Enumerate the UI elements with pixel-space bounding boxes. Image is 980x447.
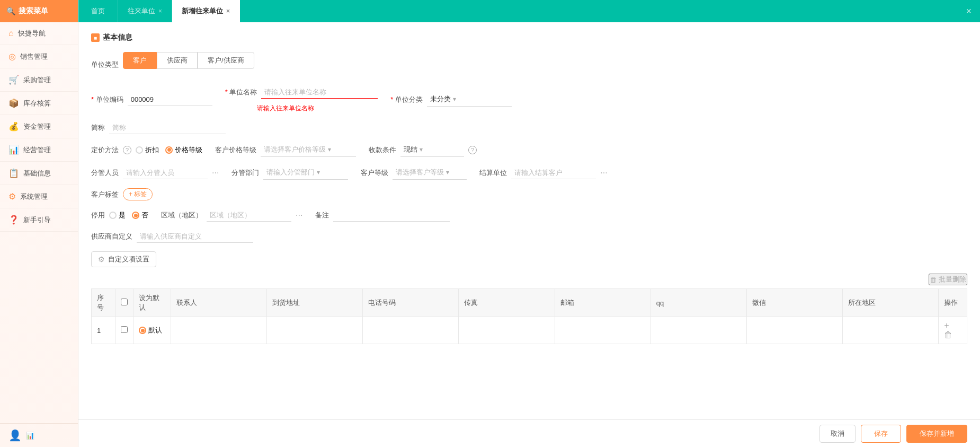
customer-price-level-field: 客户价格等级 请选择客户价格等级 ▾ [215, 143, 356, 157]
region-input[interactable] [207, 209, 291, 222]
phone-input[interactable] [368, 325, 453, 337]
customer-level-field: 客户等级 请选择客户等级 ▾ [361, 165, 467, 180]
email-input[interactable] [560, 325, 645, 337]
col-wechat: 微信 [746, 289, 842, 317]
add-tag-btn[interactable]: + 标签 [123, 188, 153, 200]
short-name-row: 简称 [91, 121, 967, 134]
pricing-discount-radio[interactable]: 折扣 [136, 145, 159, 155]
qq-input[interactable] [656, 325, 741, 337]
sidebar: 🔍 搜索菜单 ⌂ 快捷导航 ◎ 销售管理 🛒 采购管理 📦 库存核算 💰 资金管… [0, 0, 78, 447]
unit-name-field: 单位名称 请输入往来单位名称 [225, 86, 378, 113]
unit-type-row: 单位类型 客户 供应商 客户/供应商 [91, 52, 967, 77]
default-radio[interactable] [139, 327, 146, 334]
col-seq: 序号 [92, 289, 115, 317]
unit-code-input[interactable] [128, 93, 212, 106]
cell-delivery[interactable] [267, 317, 363, 344]
tab-home[interactable]: 首页 [78, 0, 118, 22]
region-field: 区域（地区） ··· [161, 209, 302, 222]
sidebar-search[interactable]: 🔍 搜索菜单 [0, 0, 78, 22]
remark-input[interactable] [333, 209, 450, 222]
wechat-input[interactable] [752, 325, 837, 337]
department-select[interactable]: 请输入分管部门 ▾ [263, 165, 348, 180]
tab-add-partner[interactable]: 新增往来单位 × [172, 0, 240, 22]
unit-type-both-btn[interactable]: 客户/供应商 [198, 52, 254, 69]
disabled-yes-radio[interactable]: 是 [109, 211, 126, 220]
pricing-level-radio[interactable]: 价格等级 [165, 145, 202, 155]
unit-type-customer-btn[interactable]: 客户 [123, 52, 157, 69]
fax-input[interactable] [464, 325, 549, 337]
unit-name-input[interactable] [261, 86, 378, 99]
cancel-button[interactable]: 取消 [819, 425, 856, 443]
row-delete-btn[interactable]: 🗑 [944, 330, 952, 339]
sidebar-item-basic[interactable]: 📋 基础信息 [0, 162, 78, 185]
cell-fax[interactable] [459, 317, 555, 344]
unit-name-error: 请输入往来单位名称 [257, 104, 314, 113]
delivery-input[interactable] [272, 325, 357, 337]
sidebar-item-finance[interactable]: 💰 资金管理 [0, 115, 78, 138]
region-more-btn[interactable]: ··· [296, 211, 302, 220]
batch-delete-btn[interactable]: 🗑 批量删除 [929, 274, 967, 285]
short-name-input[interactable] [109, 121, 226, 134]
sidebar-item-purchase[interactable]: 🛒 采购管理 [0, 68, 78, 92]
manager-more-btn[interactable]: ··· [212, 168, 219, 178]
region-label: 区域（地区） [161, 211, 202, 220]
sidebar-item-system[interactable]: ⚙ 系统管理 [0, 185, 78, 208]
table-header-row: 序号 设为默认 联系人 到货地址 电话号码 传真 邮箱 qq 微信 所在地区 操… [92, 289, 967, 317]
region-table-input[interactable] [848, 325, 933, 337]
cell-region[interactable] [843, 317, 939, 344]
payment-help-icon[interactable]: ? [468, 146, 477, 154]
customer-level-select[interactable]: 请选择客户等级 ▾ [393, 165, 467, 180]
disabled-yes-circle [109, 212, 117, 219]
row-checkbox[interactable] [121, 326, 128, 333]
payment-arrow-icon: ▾ [420, 146, 423, 153]
col-fax: 传真 [459, 289, 555, 317]
customer-level-arrow-icon: ▾ [446, 169, 449, 176]
sidebar-item-operation[interactable]: 📊 经营管理 [0, 138, 78, 162]
payment-terms-select[interactable]: 现结 ▾ [400, 143, 464, 157]
supplier-custom-row: 供应商自定义 [91, 230, 967, 243]
cell-phone[interactable] [363, 317, 459, 344]
main-close-btn[interactable]: × [957, 6, 980, 17]
cell-wechat[interactable] [746, 317, 842, 344]
sidebar-item-guide[interactable]: ❓ 新手引导 [0, 208, 78, 232]
form-content: ■ 基本信息 单位类型 客户 供应商 客户/供应商 单位编码 [78, 22, 980, 419]
unit-category-select[interactable]: 未分类 ▾ [427, 92, 512, 107]
custom-settings-btn[interactable]: ⚙ 自定义项设置 [91, 251, 156, 267]
payment-terms-value: 现结 [404, 145, 417, 154]
cell-contact[interactable] [171, 317, 266, 344]
tab-partner-list-close[interactable]: × [158, 7, 162, 15]
cell-seq: 1 [92, 317, 115, 344]
disabled-region-row: 停用 是 否 区域（地区） ··· [91, 209, 967, 222]
save-button[interactable]: 保存 [861, 425, 901, 443]
customer-price-level-select[interactable]: 请选择客户价格等级 ▾ [261, 143, 356, 157]
tab-partner-list-label: 往来单位 [128, 6, 155, 16]
settlement-more-btn[interactable]: ··· [600, 168, 607, 178]
section-title-text: 基本信息 [103, 33, 132, 42]
cell-qq[interactable] [651, 317, 746, 344]
col-email: 邮箱 [555, 289, 651, 317]
customer-level-label: 客户等级 [361, 168, 388, 178]
sidebar-item-quick-nav[interactable]: ⌂ 快捷导航 [0, 22, 78, 45]
sidebar-item-label: 采购管理 [23, 75, 51, 85]
default-label: 默认 [148, 326, 162, 335]
unit-type-supplier-btn[interactable]: 供应商 [157, 52, 198, 69]
sidebar-item-label: 库存核算 [23, 99, 51, 108]
cell-email[interactable] [555, 317, 651, 344]
row-add-btn[interactable]: + [944, 321, 949, 330]
col-phone: 电话号码 [363, 289, 459, 317]
select-all-checkbox[interactable] [121, 299, 128, 305]
tab-partner-list[interactable]: 往来单位 × [118, 0, 172, 22]
tab-add-partner-close[interactable]: × [226, 7, 230, 15]
disabled-no-radio[interactable]: 否 [132, 211, 148, 220]
supplier-custom-input[interactable] [137, 230, 253, 243]
sidebar-item-inventory[interactable]: 📦 库存核算 [0, 92, 78, 115]
settlement-unit-input[interactable] [511, 166, 596, 179]
manager-input[interactable] [123, 166, 208, 179]
save-new-button[interactable]: 保存并新增 [906, 425, 967, 443]
sidebar-item-label: 经营管理 [23, 145, 51, 155]
sidebar-item-sales[interactable]: ◎ 销售管理 [0, 45, 78, 68]
customer-level-value: 请选择客户等级 [396, 168, 444, 177]
pricing-help-icon[interactable]: ? [123, 146, 131, 154]
contact-input[interactable] [176, 325, 261, 337]
unit-category-field: 单位分类 未分类 ▾ [390, 92, 512, 107]
